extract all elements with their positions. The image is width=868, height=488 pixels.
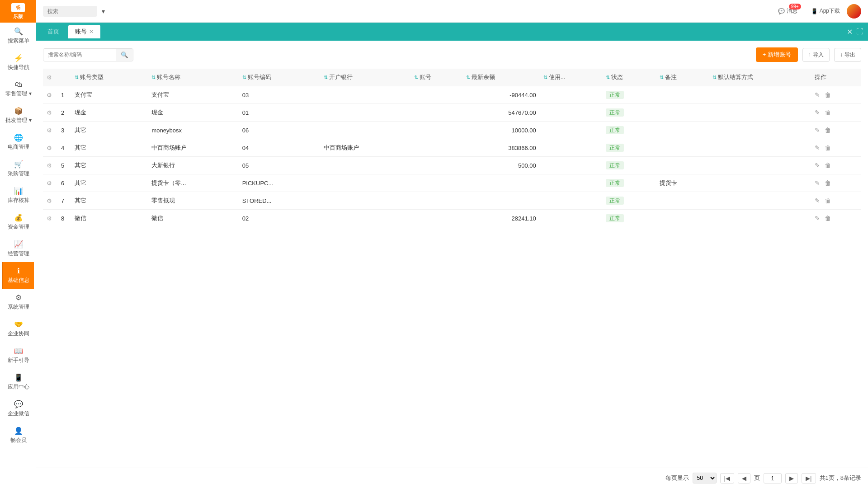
row-account [410,104,462,122]
row-bank [320,174,410,192]
sidebar-item-guide[interactable]: 📖新手引导 [2,342,33,369]
header-search-input[interactable] [43,6,97,17]
app-version: 乐版 [13,13,23,20]
user-avatar[interactable] [847,4,861,19]
accounts-table: ⚙ ⇅账号类型 ⇅账号名称 ⇅账号编码 ⇅开户银行 ⇅账号 ⇅最新余额 ⇅使用.… [43,69,861,227]
page-number-input[interactable] [764,473,782,483]
header-dropdown-icon[interactable]: ▾ [102,8,105,15]
row-actions: ✎ 🗑 [811,86,861,104]
row-gear-icon[interactable]: ⚙ [47,197,52,204]
row-gear-icon[interactable]: ⚙ [47,92,52,99]
sidebar-item-inventory[interactable]: 📊库存核算 [2,182,33,209]
table-row: ⚙ 4 其它 中百商场账户 04 中百商场账户 383866.00 正常 ✎ 🗑 [43,139,861,157]
delete-icon[interactable]: 🗑 [825,162,831,169]
sidebar-icon-basic: ℹ [5,267,31,275]
search-button[interactable]: 🔍 [116,49,133,61]
edit-icon[interactable]: ✎ [815,91,820,99]
delete-icon[interactable]: 🗑 [825,197,831,204]
edit-icon[interactable]: ✎ [815,144,820,151]
message-badge: 99+ [789,4,801,9]
sidebar-item-bizwechat[interactable]: 💬企业微信 [2,395,33,422]
row-number: 8 [57,210,71,227]
row-remark: 提货卡 [656,174,709,192]
sidebar-item-operation[interactable]: 📈经营管理 [2,235,33,262]
row-balance: 547670.00 [462,104,539,122]
message-button[interactable]: 💬 消息 99+ [778,7,797,15]
row-usage [540,157,602,174]
row-bank [320,104,410,122]
row-gear-icon[interactable]: ⚙ [47,215,52,222]
row-number: 6 [57,174,71,192]
search-input[interactable] [43,49,116,61]
delete-icon[interactable]: 🗑 [825,91,831,99]
prev-page-button[interactable]: ◀ [738,473,750,483]
row-type: 支付宝 [71,86,148,104]
delete-icon[interactable]: 🗑 [825,144,831,151]
delete-icon[interactable]: 🗑 [825,127,831,134]
row-bank [320,86,410,104]
row-gear-icon[interactable]: ⚙ [47,109,52,116]
row-code: 01 [239,104,320,122]
col-status-header: 状态 [611,74,623,80]
first-page-button[interactable]: |◀ [720,473,734,483]
edit-icon[interactable]: ✎ [815,109,820,116]
tab-close-all-icon[interactable]: ✕ [847,28,853,36]
sidebar-item-ecommerce[interactable]: 🌐电商管理 [2,129,33,155]
edit-icon[interactable]: ✎ [815,127,820,134]
sidebar-item-wholesale[interactable]: 📦批发管理 ▾ [2,102,33,129]
export-button[interactable]: ↓ 导出 [834,48,861,62]
sidebar-item-member[interactable]: 👤畅会员 [2,422,33,449]
row-balance: -90444.00 [462,86,539,104]
sidebar-icon-search: 🔍 [5,27,31,36]
last-page-button[interactable]: ▶| [802,473,816,483]
row-gear-icon[interactable]: ⚙ [47,145,52,151]
row-remark [656,210,709,227]
sidebar-item-retail[interactable]: 🛍零售管理 ▾ [2,76,33,102]
sidebar-label-finance: 资金管理 [8,224,29,230]
delete-icon[interactable]: 🗑 [825,215,831,222]
sidebar-item-basic[interactable]: ℹ基础信息 [2,262,33,289]
row-default-settlement [709,104,811,122]
row-bank [320,210,410,227]
edit-icon[interactable]: ✎ [815,179,820,187]
tab-fullscreen-icon[interactable]: ⛶ [856,28,863,36]
row-name: 提货卡（零... [148,174,238,192]
sidebar-item-enterprise[interactable]: 🤝企业协同 [2,315,33,342]
edit-icon[interactable]: ✎ [815,215,820,222]
tab-bar: 首页账号✕ ✕ ⛶ [36,23,868,41]
row-gear-icon[interactable]: ⚙ [47,162,52,169]
app-download-button[interactable]: 📱 App下载 [811,7,840,15]
sidebar-item-quicknav[interactable]: ⚡快捷导航 [2,49,33,76]
row-default-settlement [709,192,811,210]
sidebar-item-appcenter[interactable]: 📱应用中心 [2,369,33,395]
delete-icon[interactable]: 🗑 [825,109,831,116]
next-page-button[interactable]: ▶ [785,473,798,483]
sidebar-icon-purchase: 🛒 [5,160,31,169]
tab-account[interactable]: 账号✕ [68,25,100,38]
tab-label-account: 账号 [75,28,87,36]
table-row: ⚙ 3 其它 moneybosx 06 10000.00 正常 ✎ 🗑 [43,122,861,139]
tab-home[interactable]: 首页 [41,25,66,38]
row-remark [656,86,709,104]
import-button[interactable]: ↑ 导入 [802,48,830,62]
sidebar-item-search[interactable]: 🔍搜索菜单 [2,23,33,49]
page-size-select[interactable]: 50 100 200 [693,473,717,483]
edit-icon[interactable]: ✎ [815,162,820,169]
row-usage [540,174,602,192]
row-remark [656,139,709,157]
row-type: 其它 [71,122,148,139]
main-content: ▾ 💬 消息 99+ 📱 App下载 首页账号✕ ✕ ⛶ [36,0,868,488]
tab-close-account[interactable]: ✕ [89,28,94,35]
row-default-settlement [709,122,811,139]
row-gear-icon[interactable]: ⚙ [47,127,52,134]
delete-icon[interactable]: 🗑 [825,179,831,187]
table-row: ⚙ 2 现金 现金 01 547670.00 正常 ✎ 🗑 [43,104,861,122]
add-account-button[interactable]: + 新增账号 [756,47,798,62]
edit-icon[interactable]: ✎ [815,197,820,204]
row-status: 正常 [602,174,656,192]
sidebar-item-purchase[interactable]: 🛒采购管理 [2,155,33,182]
sidebar-item-finance[interactable]: 💰资金管理 [2,209,33,235]
sidebar-item-system[interactable]: ⚙系统管理 [2,289,33,315]
row-gear-icon[interactable]: ⚙ [47,180,52,187]
column-settings-icon[interactable]: ⚙ [47,74,52,81]
